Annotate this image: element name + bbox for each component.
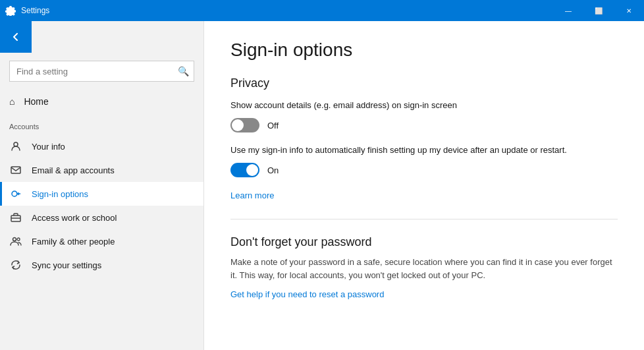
maximize-button[interactable]: ⬜	[583, 0, 614, 21]
home-nav-item[interactable]: ⌂ Home	[0, 90, 203, 113]
sync-icon	[9, 260, 22, 270]
close-button[interactable]: ✕	[614, 0, 644, 21]
toggle1-row: Off	[230, 118, 618, 132]
toggle1-knob	[232, 119, 244, 131]
privacy-section-heading: Privacy	[230, 76, 618, 90]
sidebar-item-email-app-accounts[interactable]: Email & app accounts	[0, 158, 203, 182]
access-work-school-label: Access work or school	[32, 213, 117, 223]
sidebar-item-sync-settings[interactable]: Sync your settings	[0, 253, 203, 277]
sidebar-item-your-info[interactable]: Your info	[0, 134, 203, 158]
titlebar-title: Settings	[21, 6, 49, 15]
toggle1-label: Show account details (e.g. email address…	[230, 100, 618, 111]
briefcase-svg	[11, 212, 21, 223]
person-icon	[9, 141, 22, 152]
privacy-toggle2[interactable]	[230, 163, 259, 177]
titlebar: Settings — ⬜ ✕	[0, 0, 644, 21]
section-divider	[230, 219, 618, 219]
search-input[interactable]	[9, 61, 194, 82]
your-info-label: Your info	[32, 142, 65, 152]
key-svg	[11, 189, 21, 199]
sidebar-item-sign-in-options[interactable]: Sign-in options	[0, 182, 203, 206]
sync-settings-label: Sync your settings	[32, 260, 101, 270]
settings-icon	[5, 5, 16, 16]
home-label: Home	[24, 96, 48, 107]
search-icon: 🔍	[178, 66, 189, 76]
back-icon	[12, 33, 20, 41]
email-icon	[9, 165, 22, 175]
back-button[interactable]	[0, 21, 32, 53]
accounts-section-label: Accounts	[0, 113, 203, 134]
briefcase-icon	[9, 212, 22, 223]
people-icon	[9, 236, 22, 247]
sync-svg	[11, 260, 21, 270]
sidebar-item-family-other-people[interactable]: Family & other people	[0, 229, 203, 253]
email-app-accounts-label: Email & app accounts	[32, 165, 115, 175]
key-icon	[9, 189, 22, 199]
sidebar-search: 🔍	[9, 61, 194, 82]
sidebar-item-access-work-school[interactable]: Access work or school	[0, 206, 203, 229]
page-title: Sign-in options	[230, 40, 618, 61]
home-icon: ⌂	[9, 96, 14, 107]
learn-more-link[interactable]: Learn more	[230, 190, 274, 200]
toggle2-row: On	[230, 163, 618, 177]
people-svg	[10, 236, 22, 247]
password-section-heading: Don't forget your password	[230, 235, 618, 249]
toggle1-state: Off	[267, 121, 279, 131]
main-content: Sign-in options Privacy Show account det…	[204, 21, 644, 350]
minimize-button[interactable]: —	[553, 0, 583, 21]
svg-point-5	[13, 238, 16, 241]
svg-rect-1	[11, 167, 20, 173]
person-svg	[11, 141, 21, 152]
titlebar-left: Settings	[5, 5, 49, 16]
sign-in-options-label: Sign-in options	[32, 189, 88, 199]
svg-point-0	[14, 142, 18, 146]
privacy-toggle1[interactable]	[230, 118, 259, 132]
family-other-people-label: Family & other people	[32, 237, 115, 247]
toggle2-state: On	[267, 165, 279, 175]
reset-password-link[interactable]: Get help if you need to reset a password	[230, 289, 384, 299]
svg-point-6	[17, 238, 20, 241]
titlebar-controls: — ⬜ ✕	[553, 0, 644, 21]
app-body: 🔍 ⌂ Home Accounts Your info E	[0, 21, 644, 350]
toggle2-label: Use my sign-in info to automatically fin…	[230, 144, 618, 156]
email-svg	[11, 165, 21, 175]
toggle2-knob	[246, 164, 258, 176]
sidebar: 🔍 ⌂ Home Accounts Your info E	[0, 21, 204, 350]
password-section-body: Make a note of your password in a safe, …	[230, 256, 618, 281]
